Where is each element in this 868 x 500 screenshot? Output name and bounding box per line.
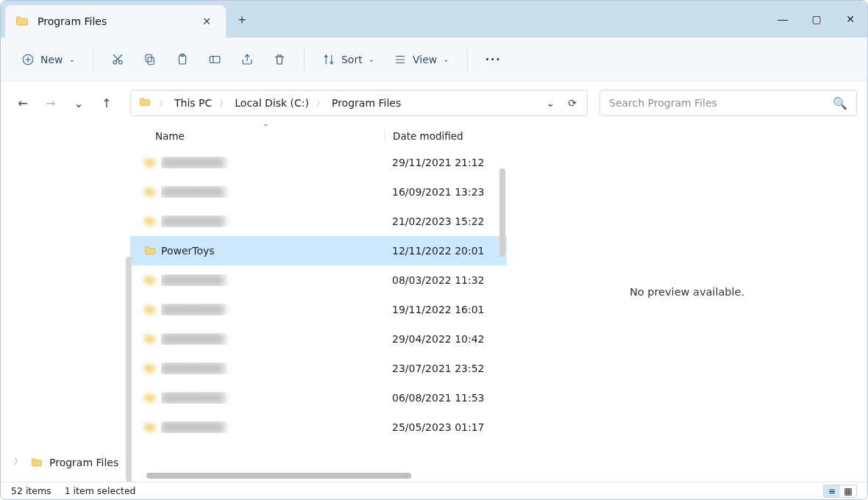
chevron-right-icon: 〉 — [159, 98, 167, 109]
delete-button[interactable] — [266, 46, 294, 73]
breadcrumb[interactable]: Local Disk (C:) — [235, 97, 309, 109]
table-row[interactable]: ████████29/11/2021 21:12 — [130, 148, 507, 177]
table-row[interactable]: ████████25/05/2023 01:17 — [130, 413, 507, 442]
file-name: ████████ — [161, 304, 385, 315]
table-row[interactable]: PowerToys12/11/2022 20:01 — [130, 236, 507, 265]
details-view-icon[interactable]: ≡ — [824, 485, 840, 497]
expand-icon[interactable]: 〉 — [14, 456, 22, 467]
sort-button[interactable]: Sort ⌄ — [315, 46, 382, 73]
file-date: 19/11/2022 16:01 — [385, 304, 507, 315]
view-mode-toggle[interactable]: ≡ ▦ — [823, 485, 857, 498]
file-date: 23/07/2021 23:52 — [385, 362, 507, 374]
tab-title: Program Files — [38, 15, 189, 27]
folder-icon — [143, 421, 161, 433]
share-button[interactable] — [233, 46, 261, 73]
svg-rect-4 — [146, 54, 152, 62]
new-tab-button[interactable]: ＋ — [226, 1, 258, 38]
new-label: New — [40, 54, 63, 65]
folder-icon — [143, 157, 161, 168]
folder-icon — [138, 96, 152, 110]
column-date-modified[interactable]: Date modified — [385, 130, 507, 142]
file-date: 25/05/2023 01:17 — [385, 421, 507, 433]
content-area: 〉 Program Files ⌃ Name Date modified ███… — [1, 124, 867, 482]
file-name: PowerToys — [161, 245, 385, 257]
address-bar[interactable]: 〉 This PC 〉 Local Disk (C:) 〉 Program Fi… — [130, 90, 588, 116]
file-name: ████████ — [161, 157, 385, 168]
copy-button[interactable] — [136, 46, 164, 73]
file-list: ⌃ Name Date modified ████████29/11/2021 … — [130, 124, 507, 482]
chevron-right-icon: 〉 — [219, 98, 227, 109]
breadcrumb[interactable]: This PC — [174, 97, 212, 109]
status-item-count: 52 items — [11, 485, 51, 496]
chevron-down-icon: ⌄ — [69, 55, 75, 63]
horizontal-scrollbar[interactable] — [140, 473, 497, 482]
file-name: ████████ — [161, 362, 385, 374]
list-scrollbar[interactable] — [499, 168, 505, 257]
chevron-right-icon: 〉 — [316, 98, 324, 109]
forward-button[interactable]: → — [43, 96, 58, 110]
sidebar-scrollbar[interactable] — [126, 257, 132, 482]
view-label: View — [413, 54, 437, 65]
file-date: 16/09/2021 13:23 — [385, 186, 507, 198]
close-button[interactable]: ✕ — [833, 1, 867, 38]
table-row[interactable]: ████████19/11/2022 16:01 — [130, 295, 507, 324]
table-row[interactable]: ████████21/02/2023 15:22 — [130, 207, 507, 236]
new-button[interactable]: New ⌄ — [14, 46, 82, 73]
table-row[interactable]: ████████08/03/2022 11:32 — [130, 265, 507, 295]
search-input[interactable] — [609, 97, 825, 109]
preview-pane: No preview available. — [507, 124, 867, 482]
status-selection: 1 item selected — [65, 485, 136, 496]
file-date: 12/11/2022 20:01 — [385, 245, 507, 257]
thumbnails-view-icon[interactable]: ▦ — [840, 485, 856, 497]
sidebar-item[interactable]: Program Files — [30, 457, 118, 468]
file-date: 29/11/2021 21:12 — [385, 157, 507, 168]
column-name[interactable]: Name — [155, 130, 385, 142]
tab-close-button[interactable]: ✕ — [198, 15, 216, 27]
tab-program-files[interactable]: Program Files ✕ — [5, 5, 226, 38]
status-bar: 52 items 1 item selected ≡ ▦ — [1, 482, 867, 499]
svg-rect-7 — [210, 56, 220, 63]
chevron-down-icon: ⌄ — [369, 55, 374, 63]
paste-button[interactable] — [168, 46, 196, 73]
preview-message: No preview available. — [630, 286, 744, 298]
file-date: 29/04/2022 10:42 — [385, 333, 507, 345]
folder-icon — [143, 186, 161, 198]
nav-row: ← → ⌄ ↑ 〉 This PC 〉 Local Disk (C:) 〉 Pr… — [1, 82, 867, 124]
toolbar: New ⌄ Sort ⌄ View ⌄ ··· — [1, 38, 867, 82]
maximize-button[interactable]: ▢ — [800, 1, 833, 38]
column-headers: ⌃ Name Date modified — [130, 124, 507, 148]
table-row[interactable]: ████████23/07/2021 23:52 — [130, 354, 507, 383]
file-name: ████████ — [161, 215, 385, 227]
refresh-button[interactable]: ⟳ — [565, 97, 580, 109]
folder-icon — [143, 392, 161, 404]
breadcrumb[interactable]: Program Files — [332, 97, 401, 109]
file-name: ████████ — [161, 274, 385, 286]
file-name: ████████ — [161, 333, 385, 345]
sort-indicator-icon: ⌃ — [263, 124, 268, 131]
file-date: 06/08/2021 11:53 — [385, 392, 507, 404]
recent-dropdown[interactable]: ⌄ — [71, 96, 86, 110]
minimize-button[interactable]: ― — [766, 1, 800, 38]
file-name: ████████ — [161, 392, 385, 404]
folder-icon — [143, 215, 161, 227]
cut-button[interactable] — [104, 46, 132, 73]
svg-rect-3 — [148, 57, 154, 65]
table-row[interactable]: ████████29/04/2022 10:42 — [130, 324, 507, 354]
view-button[interactable]: View ⌄ — [386, 46, 457, 73]
folder-icon — [143, 304, 161, 315]
address-history-button[interactable]: ⌄ — [544, 97, 558, 109]
search-box[interactable]: 🔍 — [600, 90, 857, 116]
table-row[interactable]: ████████06/08/2021 11:53 — [130, 383, 507, 413]
table-row[interactable]: ████████16/09/2021 13:23 — [130, 177, 507, 207]
rename-button[interactable] — [201, 46, 229, 73]
up-button[interactable]: ↑ — [99, 96, 114, 110]
folder-icon — [143, 274, 161, 286]
file-name: ████████ — [161, 421, 385, 433]
more-button[interactable]: ··· — [478, 46, 509, 73]
folder-icon — [143, 333, 161, 345]
title-bar: Program Files ✕ ＋ ― ▢ ✕ — [1, 1, 867, 38]
navigation-pane[interactable]: 〉 Program Files — [1, 124, 130, 482]
search-icon: 🔍 — [833, 96, 847, 110]
sidebar-item-label: Program Files — [49, 457, 118, 468]
back-button[interactable]: ← — [15, 96, 30, 110]
